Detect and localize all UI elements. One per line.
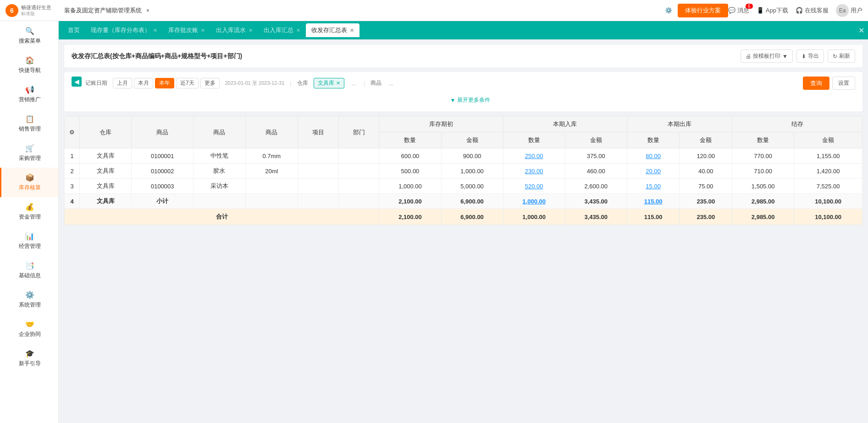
refresh-button[interactable]: ↻ 刷新: [828, 49, 855, 63]
date-7days-btn[interactable]: 近7天: [176, 78, 199, 88]
chart-icon: 📊: [25, 232, 34, 241]
date-curr-month-btn[interactable]: 本月: [134, 78, 153, 88]
sidebar-item-inventory[interactable]: 📦 库存核算: [0, 168, 58, 197]
row3-out-qty[interactable]: 15.00: [627, 179, 680, 194]
row1-project: [298, 148, 339, 164]
row1-in-qty[interactable]: 250.00: [503, 148, 565, 164]
messages-button[interactable]: 💬 消息 6: [728, 6, 749, 15]
sidebar-item-purchase[interactable]: 🛒 采购管理: [0, 138, 58, 168]
row1-out-qty[interactable]: 80.00: [627, 148, 680, 164]
subtotal-in-qty[interactable]: 1,000.00: [503, 194, 565, 209]
tab-inventory-dist[interactable]: 现存量（库存分布表） ✕: [85, 23, 163, 37]
print-icon: 🖨: [746, 53, 751, 60]
query-button[interactable]: 查询: [803, 77, 829, 90]
tab-bar-close-button[interactable]: ✕: [858, 26, 864, 35]
footer-out-qty: 115.00: [627, 209, 680, 225]
row3-no: 3: [65, 179, 80, 194]
sidebar-item-operation[interactable]: 📊 经营管理: [0, 226, 58, 256]
filter-row-1: 记账日期 上月 本月 本年 近7天 更多 2023-01-01 至 2023-1…: [85, 77, 855, 90]
page-title: 收发存汇总表(按仓库+商品编码+商品+规格型号+项目+部门): [72, 52, 242, 60]
footer-closing-amt: 10,100.00: [794, 209, 862, 225]
subtotal-no: 4: [65, 194, 80, 209]
sidebar-item-system[interactable]: ⚙️ 系统管理: [0, 285, 58, 314]
sidebar-item-basic[interactable]: 📑 基础信息: [0, 256, 58, 285]
sidebar-item-marketing[interactable]: 📢 营销推广: [0, 80, 58, 109]
logo-icon: 6: [6, 4, 18, 17]
tab-close-inventory-dist[interactable]: ✕: [153, 27, 157, 33]
inventory-icon: 📦: [25, 173, 34, 182]
row3-warehouse: 文具库: [80, 179, 132, 194]
warehouse-more-button[interactable]: ...: [350, 79, 358, 88]
phone-icon: 📱: [757, 7, 764, 14]
settings-icon[interactable]: ⚙️: [665, 7, 672, 14]
row3-opening-amt: 5,000.00: [441, 179, 503, 194]
subtotal-warehouse: 文具库: [80, 194, 132, 209]
col-header-warehouse: 仓库: [80, 116, 132, 148]
row3-in-qty[interactable]: 520.00: [503, 179, 565, 194]
gear-icon: ⚙️: [25, 291, 34, 299]
subtotal-out-qty[interactable]: 115.00: [627, 194, 680, 209]
tab-close-recv-send-summary[interactable]: ✕: [350, 27, 354, 33]
row1-goods-spec: 0.7mm: [245, 148, 298, 164]
sidebar-item-search[interactable]: 🔍 搜索菜单: [0, 21, 58, 50]
online-service-button[interactable]: 🎧 在线客服: [796, 6, 829, 15]
subtotal-out-amt: 235.00: [680, 194, 732, 209]
remove-warehouse-tag-button[interactable]: ✕: [336, 80, 340, 86]
export-button[interactable]: ⬇ 导出: [796, 49, 824, 63]
row2-no: 2: [65, 164, 80, 179]
sidebar-item-guide[interactable]: 🎓 新手引导: [0, 344, 58, 373]
row1-department: [338, 148, 379, 164]
row2-closing-amt: 1,420.00: [794, 164, 862, 179]
tab-batch[interactable]: 库存批次账 ✕: [163, 23, 210, 37]
date-curr-year-btn[interactable]: 本年: [155, 78, 174, 88]
row2-goods-name: 胶水: [194, 164, 245, 179]
date-more-btn[interactable]: 更多: [200, 78, 220, 88]
footer-row: 合计 2,100.00 6,900.00 1,000.00 3,435.00 1…: [65, 209, 862, 225]
tab-close-in-out-summary[interactable]: ✕: [296, 27, 300, 33]
cart-icon: 🛒: [25, 144, 34, 153]
tab-close-in-out-flow[interactable]: ✕: [249, 27, 253, 33]
tab-home[interactable]: 首页: [62, 23, 85, 37]
setting-button[interactable]: 设置: [832, 77, 855, 90]
filter-collapse-button[interactable]: ◀: [72, 77, 82, 87]
tab-close-batch[interactable]: ✕: [201, 27, 205, 33]
row2-out-qty[interactable]: 20.00: [627, 164, 680, 179]
row2-opening-qty: 500.00: [379, 164, 441, 179]
subtotal-label: 小计: [132, 194, 194, 209]
row3-goods-code: 0100003: [132, 179, 194, 194]
col-out-amt: 金额: [680, 132, 732, 148]
row3-department: [338, 179, 379, 194]
table-settings-icon[interactable]: ⚙: [65, 116, 80, 148]
row2-goods-code: 0100002: [132, 164, 194, 179]
expand-more-conditions-button[interactable]: ▼ 展开更多条件: [450, 96, 491, 104]
row3-in-amt: 2,600.00: [565, 179, 627, 194]
filter-bar: ◀ 记账日期 上月 本月 本年 近7天 更多 2023-01-01 至 20: [64, 72, 862, 111]
col-header-project: 项目: [298, 116, 339, 148]
user-profile-button[interactable]: Ea 用户: [836, 4, 862, 17]
date-prev-month-btn[interactable]: 上月: [113, 78, 132, 88]
sidebar-item-quick-nav[interactable]: 🏠 快捷导航: [0, 50, 58, 80]
col-group-opening: 库存期初: [379, 116, 503, 132]
print-button[interactable]: 🖨 按模板打印 ▼: [741, 49, 793, 63]
tab-in-out-summary[interactable]: 出入库汇总 ✕: [258, 23, 306, 37]
message-icon: 💬: [728, 7, 735, 14]
sidebar-item-enterprise[interactable]: 🤝 企业协同: [0, 314, 58, 344]
refresh-icon: ↻: [833, 53, 837, 60]
row1-goods-name: 中性笔: [194, 148, 245, 164]
row2-department: [338, 164, 379, 179]
app-download-button[interactable]: 📱 App下载: [757, 6, 788, 15]
trial-button[interactable]: 体验行业方案: [678, 4, 728, 17]
goods-more-button[interactable]: ...: [387, 79, 395, 88]
row3-goods-name: 采访本: [194, 179, 245, 194]
row2-in-qty[interactable]: 230.00: [503, 164, 565, 179]
tab-in-out-flow[interactable]: 出入库流水 ✕: [210, 23, 258, 37]
sidebar-item-sales[interactable]: 📋 销售管理: [0, 109, 58, 138]
chevron-down-icon: ▼: [782, 53, 788, 60]
row3-opening-qty: 1,000.00: [379, 179, 441, 194]
warehouse-filter-tag: 文具库 ✕: [314, 78, 344, 88]
footer-out-amt: 235.00: [680, 209, 732, 225]
sidebar-item-finance[interactable]: 💰 资金管理: [0, 197, 58, 226]
tab-recv-send-summary[interactable]: 收发存汇总表 ✕: [306, 23, 359, 37]
col-out-qty: 数量: [627, 132, 680, 148]
avatar: Ea: [836, 4, 849, 17]
